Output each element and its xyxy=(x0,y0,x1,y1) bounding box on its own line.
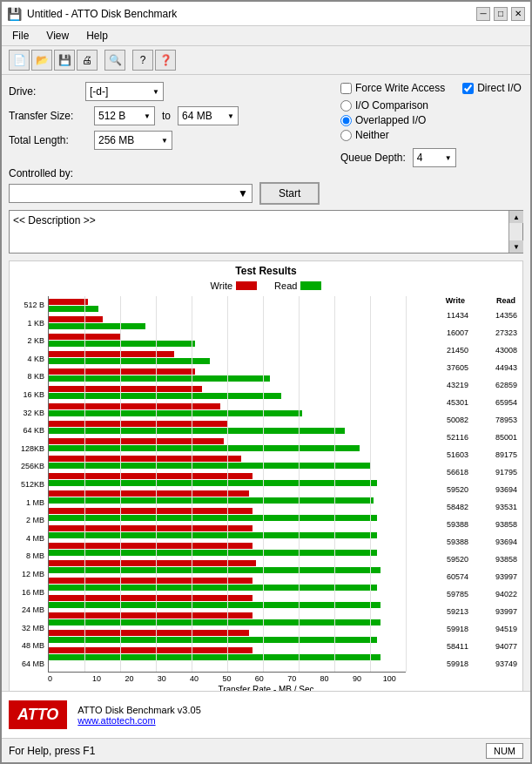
new-button[interactable]: 📄 xyxy=(9,50,30,71)
write-bar-6 xyxy=(49,403,220,409)
bar-row-12 xyxy=(49,505,406,523)
io-comparison-radio[interactable] xyxy=(340,100,352,112)
col-write-header: Write xyxy=(423,296,465,305)
read-bar-16 xyxy=(49,585,377,591)
search-button[interactable]: 🔍 xyxy=(104,50,125,71)
data-columns: Write Read 11434143561600727323214504300… xyxy=(406,296,519,673)
overlapped-io-label[interactable]: Overlapped I/O xyxy=(340,114,523,126)
drive-select[interactable]: [-d-] ▼ xyxy=(85,82,164,101)
transfer-size-label: Transfer Size: xyxy=(9,110,87,122)
data-row-10: 5952093694 xyxy=(406,481,519,498)
save-button[interactable]: 💾 xyxy=(54,50,75,71)
read-val-8: 89175 xyxy=(475,450,517,459)
queue-depth-row: Queue Depth: 4 ▼ xyxy=(340,148,523,167)
menu-view[interactable]: View xyxy=(43,29,72,43)
write-bar-7 xyxy=(49,421,227,427)
bar-row-14 xyxy=(49,540,406,558)
title-bar-controls[interactable]: ─ □ ✕ xyxy=(476,7,525,21)
bar-row-1 xyxy=(49,314,406,331)
row-label-3: 4 KB xyxy=(13,350,44,368)
title-bar-left: 💾 Untitled - ATTO Disk Benchmark xyxy=(7,7,177,21)
direct-io-checkbox[interactable] xyxy=(462,83,474,94)
read-bar-8 xyxy=(49,445,360,451)
row-label-5: 16 KB xyxy=(13,386,44,403)
controlled-by-section: Controlled by: ▼ Start xyxy=(9,167,523,205)
transfer-from-arrow: ▼ xyxy=(144,112,151,120)
total-length-row: Total Length: 256 MB ▼ xyxy=(9,131,314,150)
write-bar-18 xyxy=(49,612,253,619)
description-scrollbar[interactable]: ▲ ▼ xyxy=(508,211,522,253)
right-panel: Force Write Access Direct I/O I/O Compar… xyxy=(340,82,523,167)
direct-io-checkbox-label[interactable]: Direct I/O xyxy=(462,82,522,94)
menu-help[interactable]: Help xyxy=(83,29,111,43)
row-label-11: 1 MB xyxy=(13,494,44,511)
write-val-17: 59213 xyxy=(427,607,468,616)
close-button[interactable]: ✕ xyxy=(511,7,525,21)
legend-write-label: Write xyxy=(211,281,232,291)
print-button[interactable]: 🖨 xyxy=(77,50,98,71)
data-row-8: 5160389175 xyxy=(406,446,519,463)
read-bar-5 xyxy=(49,393,281,399)
description-text: << Description >> xyxy=(13,214,96,226)
website-link[interactable]: www.attotech.com xyxy=(77,715,200,726)
row-label-10: 512KB xyxy=(13,476,44,493)
read-val-17: 93997 xyxy=(475,607,517,616)
app-icon: 💾 xyxy=(7,7,22,21)
overlapped-io-radio[interactable] xyxy=(340,115,352,126)
minimize-button[interactable]: ─ xyxy=(476,7,490,21)
write-val-4: 43219 xyxy=(427,381,468,389)
footer-bar: ATTO ATTO Disk Benchmark v3.05 www.attot… xyxy=(2,691,530,738)
row-label-16: 16 MB xyxy=(13,584,44,601)
write-val-6: 50082 xyxy=(427,416,468,424)
io-comparison-label[interactable]: I/O Comparison xyxy=(340,99,523,112)
bar-row-7 xyxy=(49,418,406,436)
row-label-19: 48 MB xyxy=(13,637,44,654)
force-write-checkbox-label[interactable]: Force Write Access xyxy=(340,82,445,94)
legend-read-color xyxy=(300,281,321,290)
bar-row-4 xyxy=(49,366,406,383)
neither-radio[interactable] xyxy=(340,130,352,141)
total-length-select[interactable]: 256 MB ▼ xyxy=(94,131,172,150)
read-bar-2 xyxy=(49,341,195,347)
legend-write: Write xyxy=(211,281,257,291)
neither-label[interactable]: Neither xyxy=(340,129,523,141)
scroll-up-button[interactable]: ▲ xyxy=(509,211,523,223)
maximize-button[interactable]: □ xyxy=(494,7,508,21)
write-val-12: 59388 xyxy=(427,520,468,529)
bar-row-15 xyxy=(49,558,406,575)
read-bar-18 xyxy=(49,619,380,625)
row-label-13: 4 MB xyxy=(13,530,44,547)
read-bar-3 xyxy=(49,358,210,364)
read-val-3: 44943 xyxy=(475,363,517,372)
scroll-down-button[interactable]: ▼ xyxy=(509,240,523,253)
description-box: << Description >> ▲ ▼ xyxy=(9,210,523,254)
menu-bar: File View Help xyxy=(2,26,530,46)
controlled-by-label: Controlled by: xyxy=(9,167,523,179)
menu-file[interactable]: File xyxy=(9,29,32,43)
total-length-arrow: ▼ xyxy=(161,137,168,145)
data-row-5: 4530165954 xyxy=(406,394,519,411)
start-button[interactable]: Start xyxy=(259,182,320,205)
data-col-header: Write Read xyxy=(406,296,519,305)
force-write-checkbox[interactable] xyxy=(340,83,352,94)
main-content: Drive: [-d-] ▼ Transfer Size: 512 B ▼ to xyxy=(2,75,530,706)
bar-row-17 xyxy=(49,592,406,610)
write-bar-11 xyxy=(49,490,249,497)
total-length-value: 256 MB xyxy=(98,134,134,146)
write-bar-16 xyxy=(49,578,253,584)
write-bar-17 xyxy=(49,595,253,601)
help-question-button[interactable]: ? xyxy=(132,50,153,71)
row-label-20: 64 MB xyxy=(13,655,44,673)
transfer-from-select[interactable]: 512 B ▼ xyxy=(94,106,155,125)
data-row-12: 5938893858 xyxy=(406,516,519,533)
queue-depth-arrow: ▼ xyxy=(445,154,452,162)
direct-io-label: Direct I/O xyxy=(477,82,522,94)
transfer-to-select[interactable]: 64 MB ▼ xyxy=(178,106,239,125)
status-bar: For Help, press F1 NUM xyxy=(2,738,530,762)
controlled-by-combo[interactable]: ▼ xyxy=(9,184,253,203)
transfer-from-value: 512 B xyxy=(98,110,125,122)
queue-depth-select[interactable]: 4 ▼ xyxy=(413,148,456,167)
help-button[interactable]: ❓ xyxy=(155,50,176,71)
data-row-19: 5841194077 xyxy=(406,638,519,655)
open-button[interactable]: 📂 xyxy=(31,50,52,71)
